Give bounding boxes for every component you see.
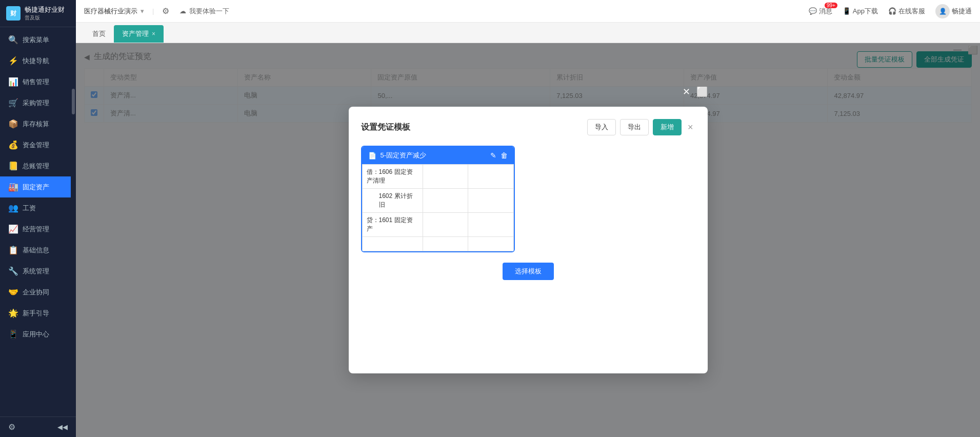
template-entry-row: 贷：1601 固定资产 <box>362 213 513 237</box>
sidebar-item-sales[interactable]: 📊 销售管理 <box>0 71 71 92</box>
sidebar-item-system[interactable]: 🔧 系统管理 <box>0 261 71 282</box>
template-entry-row: 1602 累计折旧 <box>362 189 513 213</box>
sidebar-item-search[interactable]: 🔍 搜索菜单 <box>0 29 71 50</box>
main-area: 医疗器械行业演示 ▾ | ⚙ ☁ 我要体验一下 💬 消息 99+ 📱 App下载… <box>76 0 980 437</box>
ledger-icon: 📒 <box>8 161 17 171</box>
message-icon: 💬 <box>809 7 817 15</box>
customer-service-btn[interactable]: 🎧 在线客服 <box>888 7 925 16</box>
message-badge: 99+ <box>825 3 837 8</box>
sidebar-footer: ⚙ ◀◀ <box>0 416 76 437</box>
topbar-right: 💬 消息 99+ 📱 App下载 🎧 在线客服 👤 畅捷通 <box>809 4 972 18</box>
wrench-icon: 🔧 <box>8 266 17 276</box>
delete-template-icon[interactable]: 🗑 <box>501 151 508 160</box>
sidebar-item-fixed-assets[interactable]: 🏭 固定资产 <box>0 176 71 197</box>
modal-window-controls: ✕ ⬜ <box>683 86 708 97</box>
sidebar-item-guide[interactable]: 🌟 新手引导 <box>0 303 71 324</box>
money-icon: 💰 <box>8 140 17 150</box>
settings-icon[interactable]: ⚙ <box>162 6 169 16</box>
topbar: 医疗器械行业演示 ▾ | ⚙ ☁ 我要体验一下 💬 消息 99+ 📱 App下载… <box>76 0 980 23</box>
modal-set-template: ✕ ⬜ 设置凭证模板 导入 导出 新增 × <box>349 107 708 373</box>
new-template-btn[interactable]: 新增 <box>653 119 682 135</box>
template-doc-icon: 📄 <box>368 152 376 160</box>
headset-icon: 🎧 <box>888 7 896 15</box>
modal-window-maximize[interactable]: ⬜ <box>696 86 708 97</box>
sidebar-item-basic-info[interactable]: 📋 基础信息 <box>0 240 71 261</box>
download-icon: 📱 <box>843 7 851 15</box>
company-selector[interactable]: 医疗器械行业演示 ▾ <box>84 7 144 16</box>
app-logo-icon: 财 <box>6 6 21 21</box>
avatar: 👤 <box>935 4 950 18</box>
page-content: ◀ 生成的凭证预览 变动类型 资产名称 固定资产原值 累计折旧 资产净值 变动金… <box>76 43 980 437</box>
export-btn[interactable]: 导出 <box>620 119 649 135</box>
modal-body: 📄 5-固定资产减少 ✎ 🗑 <box>361 146 695 280</box>
people-icon: 👥 <box>8 203 17 213</box>
entry-debit <box>423 165 468 189</box>
experience-btn[interactable]: ☁ 我要体验一下 <box>179 7 229 16</box>
sidebar-logo: 财 畅捷通好业财 普及版 <box>0 0 76 27</box>
sidebar-scrollbar-thumb[interactable] <box>72 89 75 114</box>
cloud-icon: ☁ <box>179 7 186 15</box>
template-card-body: 借：1606 固定资产清理 1602 累计折旧 <box>362 164 514 251</box>
entry-debit <box>423 237 468 251</box>
modal-header-right: 导入 导出 新增 × <box>587 119 695 135</box>
modal-close-icon[interactable]: × <box>686 121 695 134</box>
modal-actions: 导入 导出 新增 <box>587 119 682 135</box>
mobile-icon: 📱 <box>8 329 17 339</box>
modal-title: 设置凭证模板 <box>361 122 410 133</box>
template-card: 📄 5-固定资产减少 ✎ 🗑 <box>361 146 515 252</box>
avatar-icon: 👤 <box>939 8 947 15</box>
sidebar-item-ledger[interactable]: 📒 总账管理 <box>0 155 71 176</box>
chevron-down-icon: ▾ <box>141 7 144 15</box>
tab-asset-management[interactable]: 资产管理 × <box>114 25 164 43</box>
collapse-icon[interactable]: ◀◀ <box>57 423 68 431</box>
handshake-icon: 🤝 <box>8 287 17 297</box>
entry-credit <box>468 237 514 251</box>
entry-credit <box>468 213 514 237</box>
star-icon: 🌟 <box>8 308 17 318</box>
factory-icon: 🏭 <box>8 182 17 192</box>
template-card-title-area: 📄 5-固定资产减少 <box>368 151 427 160</box>
import-btn[interactable]: 导入 <box>587 119 616 135</box>
sidebar-nav: 🔍 搜索菜单 ⚡ 快捷导航 📊 销售管理 🛒 采购管理 📦 库存核算 💰 <box>0 27 71 416</box>
chart-icon: 📊 <box>8 77 17 87</box>
edit-template-icon[interactable]: ✎ <box>490 151 496 160</box>
select-template-btn[interactable]: 选择模板 <box>503 263 554 280</box>
modal-window-close[interactable]: ✕ <box>683 86 690 97</box>
template-title: 5-固定资产减少 <box>381 151 427 160</box>
lightning-icon: ⚡ <box>8 56 17 66</box>
template-card-header: 📄 5-固定资产减少 ✎ 🗑 <box>362 147 514 164</box>
entry-debit <box>423 189 468 213</box>
sidebar-item-payroll[interactable]: 👥 工资 <box>0 197 71 218</box>
app-logo-text: 畅捷通好业财 普及版 <box>25 5 65 22</box>
settings-footer-icon[interactable]: ⚙ <box>8 422 15 432</box>
sidebar-item-finance[interactable]: 💰 资金管理 <box>0 134 71 155</box>
entry-debit <box>423 213 468 237</box>
app-download-btn[interactable]: 📱 App下载 <box>843 7 878 16</box>
entry-credit <box>468 189 514 213</box>
tabbar: 首页 资产管理 × <box>76 23 980 43</box>
entry-direction: 1602 累计折旧 <box>362 189 423 213</box>
entry-credit <box>468 165 514 189</box>
user-menu[interactable]: 👤 畅捷通 <box>935 4 972 18</box>
template-card-actions: ✎ 🗑 <box>490 151 508 160</box>
topbar-separator: | <box>152 7 154 15</box>
sidebar-item-purchase[interactable]: 🛒 采购管理 <box>0 92 71 113</box>
template-entries-table: 借：1606 固定资产清理 1602 累计折旧 <box>362 164 514 251</box>
box-icon: 📦 <box>8 119 17 129</box>
sidebar-item-enterprise[interactable]: 🤝 企业协同 <box>0 282 71 303</box>
sidebar-item-operations[interactable]: 📈 经营管理 <box>0 218 71 240</box>
sidebar: 财 畅捷通好业财 普及版 🔍 搜索菜单 ⚡ 快捷导航 📊 销售管理 🛒 采购管理 <box>0 0 76 437</box>
cart-icon: 🛒 <box>8 98 17 108</box>
clipboard-icon: 📋 <box>8 245 17 255</box>
entry-empty <box>362 237 423 251</box>
template-entry-row <box>362 237 513 251</box>
sidebar-item-inventory[interactable]: 📦 库存核算 <box>0 113 71 134</box>
sidebar-item-quick-nav[interactable]: ⚡ 快捷导航 <box>0 50 71 71</box>
sidebar-item-app-center[interactable]: 📱 应用中心 <box>0 324 71 345</box>
template-entry-row: 借：1606 固定资产清理 <box>362 165 513 189</box>
sidebar-scrollbar[interactable] <box>71 27 76 416</box>
tab-home[interactable]: 首页 <box>84 25 114 43</box>
modal-overlay: ✕ ⬜ 设置凭证模板 导入 导出 新增 × <box>76 43 980 437</box>
tab-close-icon[interactable]: × <box>152 30 155 37</box>
messages-btn[interactable]: 💬 消息 99+ <box>809 7 832 16</box>
